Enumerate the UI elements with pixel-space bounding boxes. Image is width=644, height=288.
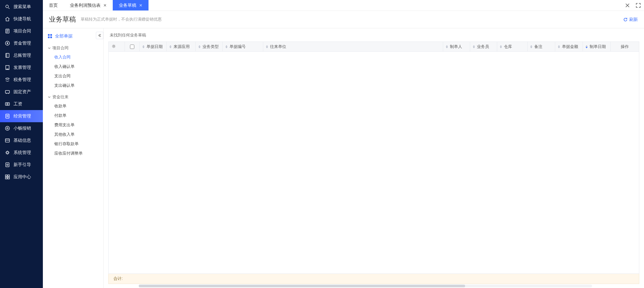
sys-icon [5,150,10,155]
sort-icon[interactable] [198,45,200,48]
tax-icon [5,77,10,82]
panel-item-其他收入单[interactable]: 其他收入单 [43,130,103,139]
svg-rect-11 [5,139,9,142]
sidebar-item-base[interactable]: 基础信息 [0,134,43,147]
panel-item-支出确认单[interactable]: 支出确认单 [43,81,103,90]
doc-icon [5,28,10,34]
panel-collapse-button[interactable] [96,32,103,39]
sidebar-item-ops[interactable]: 经营管理 [0,110,43,122]
sidebar-item-label: 经营管理 [14,113,31,119]
sort-icon[interactable] [558,45,560,48]
tab-close-icon[interactable]: ✕ [103,3,107,8]
th-date[interactable]: 单据日期 [140,42,167,51]
th-type[interactable]: 业务类型 [196,42,223,51]
sort-icon[interactable] [473,45,475,48]
tab-业务草稿[interactable]: 业务草稿✕ [113,0,149,10]
svg-rect-17 [5,177,7,179]
th-no[interactable]: 单据编号 [223,42,263,51]
th-label: 操作 [621,44,629,50]
ops-icon [5,113,10,119]
svg-rect-3 [6,53,9,57]
refresh-button[interactable]: 刷新 [623,17,638,23]
sidebar-item-tax[interactable]: 税务管理 [0,74,43,86]
sort-icon[interactable] [225,45,227,48]
th-gear[interactable] [109,42,125,51]
sort-icon[interactable] [586,45,588,48]
sidebar-item-asset[interactable]: 固定资产 [0,86,43,98]
tab-业务利润预估表[interactable]: 业务利润预估表✕ [64,0,113,10]
panel-item-收入合同[interactable]: 收入合同 [43,52,103,62]
tabs-close-button[interactable] [624,2,630,8]
th-label: 往来单位 [270,44,286,50]
sidebar-item-invoice[interactable]: 发票管理 [0,61,43,74]
th-sales[interactable]: 业务员 [470,42,497,51]
grid-icon [48,34,52,38]
sidebar-item-home[interactable]: 快捷导航 [0,13,43,25]
panel-item-收入确认单[interactable]: 收入确认单 [43,62,103,71]
category-panel: 全部单据 项目合同收入合同收入确认单支出合同支出确认单资金往来收款单付款单费用支… [43,28,104,288]
svg-point-12 [6,152,8,154]
th-label: 业务员 [477,44,489,50]
sidebar-item-label: 固定资产 [14,89,31,95]
sidebar-item-apps[interactable]: 应用中心 [0,171,43,183]
svg-rect-18 [8,177,9,179]
sort-icon[interactable] [446,45,448,48]
sort-icon[interactable] [142,45,144,48]
chevron-down-icon [48,96,51,99]
sidebar-item-salary[interactable]: 工资 [0,98,43,110]
panel-group-资金往来[interactable]: 资金往来 [43,93,103,101]
sidebar-item-sys[interactable]: 系统管理 [0,147,43,159]
panel-group-项目合同[interactable]: 项目合同 [43,44,103,52]
asset-icon [5,89,10,95]
th-partner[interactable]: 往来单位 [263,42,443,51]
th-check[interactable] [125,42,140,51]
panel-item-银行存取款单[interactable]: 银行存取款单 [43,139,103,149]
horizontal-scrollbar[interactable] [108,284,639,288]
sidebar-item-label: 小畅报销 [14,125,31,131]
th-wh[interactable]: 仓库 [497,42,528,51]
sidebar-item-doc[interactable]: 项目合同 [0,25,43,37]
th-label: 单据编号 [230,44,246,50]
sidebar-item-label: 应用中心 [14,174,31,180]
svg-rect-20 [50,34,52,36]
footer-total-label: 合计: [113,276,123,282]
sort-icon[interactable] [169,45,171,48]
th-source[interactable]: 来源应用 [167,42,196,51]
tab-close-icon[interactable]: ✕ [139,3,142,8]
sidebar-item-coin[interactable]: 资金管理 [0,37,43,49]
select-all-checkbox[interactable] [130,45,134,49]
th-label: 仓库 [504,44,512,50]
th-maker[interactable]: 制单人 [443,42,470,51]
gear-icon[interactable] [111,44,116,50]
panel-item-收款单[interactable]: 收款单 [43,101,103,111]
invoice-icon [5,65,10,70]
sidebar-item-guide[interactable]: 新手引导 [0,159,43,171]
svg-rect-22 [50,36,52,38]
th-label: 制单人 [450,44,462,50]
svg-rect-19 [48,34,50,36]
panel-all-docs[interactable]: 全部单据 [43,32,103,43]
sidebar-item-ledger[interactable]: 总账管理 [0,49,43,61]
tab-首页[interactable]: 首页 [43,0,64,10]
salary-icon [5,101,10,107]
sidebar-item-reimb[interactable]: 小畅报销 [0,122,43,134]
sidebar-item-search[interactable]: 搜索菜单 [0,1,43,13]
sort-icon[interactable] [266,45,268,48]
panel-item-付款单[interactable]: 付款单 [43,111,103,120]
sidebar-item-label: 工资 [14,101,22,107]
sort-icon[interactable] [530,45,532,48]
th-remark[interactable]: 备注 [528,42,555,51]
th-label: 来源应用 [173,44,190,50]
sort-icon[interactable] [500,45,502,48]
svg-rect-13 [6,163,9,167]
panel-item-费用支出单[interactable]: 费用支出单 [43,120,103,130]
svg-point-5 [6,78,9,79]
svg-point-0 [6,5,8,8]
th-amount[interactable]: 单据金额 [555,42,583,51]
sidebar-item-label: 发票管理 [14,64,31,71]
fullscreen-button[interactable] [635,2,641,8]
panel-item-支出合同[interactable]: 支出合同 [43,71,103,81]
tab-strip: 首页业务利润预估表✕业务草稿✕ [43,0,644,11]
th-cdate[interactable]: 制单日期 [583,42,611,51]
panel-item-应收应付调整单[interactable]: 应收应付调整单 [43,149,103,158]
